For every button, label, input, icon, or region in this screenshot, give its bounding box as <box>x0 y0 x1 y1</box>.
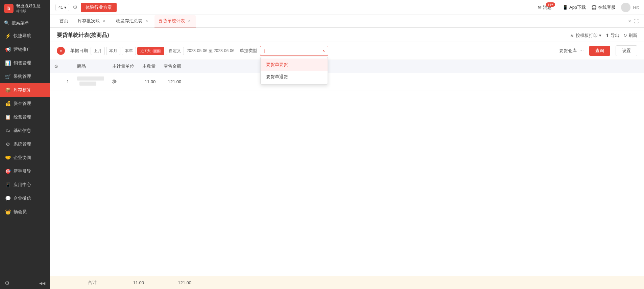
app-name-block: 畅捷通好生意 标准版 <box>16 3 41 14</box>
quick-nav-icon: ⚡ <box>5 33 11 39</box>
sidebar-item-app-center[interactable]: 📱 应用中心 <box>0 178 50 192</box>
sidebar-item-label: 经营管理 <box>14 114 31 120</box>
export-button[interactable]: ⬆ 导出 <box>605 32 619 39</box>
sidebar-item-purchase[interactable]: 🛒 采购管理 <box>0 70 50 83</box>
query-button[interactable]: 查询 <box>589 46 610 56</box>
sidebar-item-sales[interactable]: 📊 销售管理 <box>0 56 50 70</box>
sidebar-item-finance[interactable]: 💰 资金管理 <box>0 97 50 110</box>
version-dropdown-icon: ▾ <box>64 5 66 10</box>
refresh-icon: ↻ <box>623 33 627 38</box>
row-index: 1 <box>67 79 69 84</box>
search-menu-item[interactable]: 🔍 搜索菜单 <box>0 17 50 29</box>
main-content: 41 ▾ ⚙ 体验行业方案 ✉ 消息 99+ 📱 App下载 🎧 在线客服 R <box>50 0 644 289</box>
print-button[interactable]: 🖨 按模板打印 ▾ <box>570 32 601 39</box>
page-area: 要货单统计表(按商品) 🖨 按模板打印 ▾ ⬆ 导出 ↻ 刷新 <box>50 28 644 289</box>
table-footer: 合计 11.00 121.00 <box>50 276 644 289</box>
settings-gear-icon[interactable]: ⚙ <box>73 4 77 10</box>
purchase-icon: 🛒 <box>5 74 11 79</box>
tabs-bar-end: × ⛶ <box>628 18 639 24</box>
tab-home[interactable]: 首页 <box>55 15 72 27</box>
dropdown-option-order[interactable]: 要货单要货 <box>261 59 328 71</box>
recent7-label: 近7天 <box>140 48 151 53</box>
collapse-sidebar-icon[interactable]: ◀◀ <box>39 281 45 286</box>
print-dropdown-icon: ▾ <box>599 33 601 38</box>
dropdown-option-return[interactable]: 要货单退货 <box>261 71 328 83</box>
table-container: ⚙ 商品 主计量单位 主数量 零售金额 <box>50 60 644 276</box>
th-settings: ⚙ <box>50 60 63 73</box>
tab-close-demand[interactable]: × <box>187 19 192 23</box>
sidebar-item-quick-nav[interactable]: ⚡ 快捷导航 <box>0 29 50 43</box>
date-btn-last-month[interactable]: 上月 <box>91 47 105 55</box>
app-download-action[interactable]: 📱 App下载 <box>563 4 586 10</box>
filter-expand-button[interactable]: » <box>57 47 65 55</box>
sidebar-item-label: 营销推广 <box>14 46 31 52</box>
sidebar-item-operations[interactable]: 📋 经营管理 <box>0 110 50 124</box>
date-btn-this-month[interactable]: 本月 <box>106 47 120 55</box>
sidebar-item-guide[interactable]: 🎯 新手引导 <box>0 164 50 178</box>
expand-tabs-icon[interactable]: ⛶ <box>634 19 639 24</box>
sidebar-item-marketing[interactable]: 📢 营销推广 <box>0 43 50 56</box>
sidebar-item-wechat[interactable]: 💬 企业微信 <box>0 192 50 205</box>
user-avatar <box>621 3 630 12</box>
sales-icon: 📊 <box>5 60 11 66</box>
row-settings-cell <box>50 73 63 90</box>
row-unit: 块 <box>112 79 117 84</box>
warehouse-dots[interactable]: ··· <box>579 48 584 54</box>
tab-label: 首页 <box>59 18 68 24</box>
row-sales-amount: 121.00 <box>168 79 181 84</box>
sidebar-item-membership[interactable]: 👑 畅会员 <box>0 205 50 219</box>
tab-receivables[interactable]: 收发存汇总表 × <box>112 15 153 27</box>
sidebar-item-enterprise[interactable]: 🤝 企业协同 <box>0 151 50 164</box>
online-service-action[interactable]: 🎧 在线客服 <box>591 4 616 10</box>
row-product-cell <box>73 73 108 90</box>
option-label: 要货单要货 <box>266 62 288 67</box>
row-quantity: 11.00 <box>145 79 156 84</box>
tab-close-inventory[interactable]: × <box>102 19 106 23</box>
row-unit-cell: 块 <box>108 73 138 90</box>
version-selector[interactable]: 41 ▾ <box>55 4 69 11</box>
sidebar: b 畅捷通好生意 标准版 🔍 搜索菜单 ⚡ 快捷导航 📢 营销推广 📊 销售管理… <box>0 0 50 289</box>
tab-close-receivables[interactable]: × <box>144 19 149 23</box>
table-header-row: ⚙ 商品 主计量单位 主数量 零售金额 <box>50 60 644 73</box>
product-name-placeholder <box>79 82 96 86</box>
footer-sales-amount: 121.00 <box>178 280 191 285</box>
date-btn-this-year[interactable]: 本年 <box>122 47 136 55</box>
th-sales-amount-label: 零售金额 <box>164 64 181 69</box>
tab-demand[interactable]: 要货单统计表 × <box>154 15 196 27</box>
expand-icon: » <box>60 48 62 53</box>
option-label: 要货单退货 <box>266 74 288 79</box>
sidebar-bottom: ⚙ ◀◀ <box>0 277 50 289</box>
refresh-button[interactable]: ↻ 刷新 <box>623 32 637 39</box>
settings-bottom-icon[interactable]: ⚙ <box>5 280 9 286</box>
messages-action[interactable]: ✉ 消息 99+ <box>538 4 552 10</box>
set-button[interactable]: 设置 <box>616 45 637 56</box>
th-quantity: 主数量 <box>138 60 160 73</box>
tab-inventory[interactable]: 库存批次账 × <box>74 15 111 27</box>
print-icon: 🖨 <box>570 33 574 38</box>
type-select-box[interactable]: | ∧ 要货单要货 要货单退货 <box>260 46 328 56</box>
user-profile[interactable]: Rit <box>621 3 639 12</box>
data-table: ⚙ 商品 主计量单位 主数量 零售金额 <box>50 60 644 90</box>
wechat-icon: 💬 <box>5 196 11 201</box>
date-btn-recent7[interactable]: 近7天 更多 <box>137 47 164 55</box>
export-icon: ⬆ <box>605 33 609 38</box>
sidebar-item-base-info[interactable]: 🗂 基础信息 <box>0 124 50 137</box>
sidebar-item-inventory[interactable]: 📦 库存核算 <box>0 83 50 97</box>
sidebar-item-system[interactable]: ⚙ 系统管理 <box>0 137 50 151</box>
date-btn-custom[interactable]: 自定义 <box>166 47 184 55</box>
sidebar-item-label: 企业协同 <box>14 155 31 161</box>
page-title: 要货单统计表(按商品) <box>57 32 109 39</box>
th-unit-label: 主计量单位 <box>112 64 134 69</box>
footer-sales-amount-cell: 121.00 <box>151 280 191 285</box>
th-sales-amount: 零售金额 <box>160 60 185 73</box>
close-all-tabs-icon[interactable]: × <box>628 18 631 24</box>
sidebar-item-label: 资金管理 <box>14 101 31 107</box>
column-settings-icon[interactable]: ⚙ <box>54 64 58 69</box>
phone-icon: 📱 <box>563 5 568 10</box>
product-placeholder <box>77 76 104 81</box>
sidebar-item-label: 采购管理 <box>14 73 31 80</box>
promo-button[interactable]: 体验行业方案 <box>81 3 117 12</box>
membership-icon: 👑 <box>5 209 11 215</box>
sidebar-item-label: 应用中心 <box>14 182 31 188</box>
refresh-label: 刷新 <box>628 32 637 39</box>
